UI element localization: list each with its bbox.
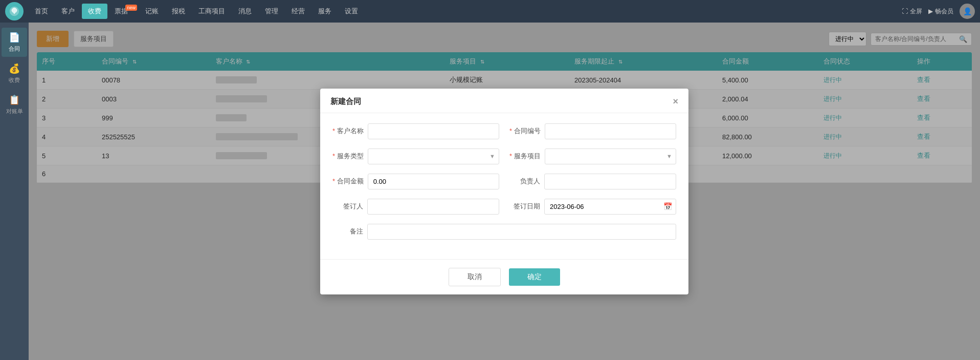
customer-name-label: 客户名称 (332, 126, 364, 136)
nav-service[interactable]: 服务 (312, 4, 338, 19)
avatar[interactable]: 👤 (960, 4, 975, 19)
form-row-2: 服务类型 ▼ 服务项目 ▼ (332, 149, 676, 164)
nav-manage[interactable]: 管理 (259, 4, 284, 19)
member-button[interactable]: ▶ 畅会员 (928, 7, 953, 16)
fullscreen-icon: ⛶ (902, 8, 908, 15)
form-group-contract-no: 合同编号 (509, 123, 676, 139)
confirm-button[interactable]: 确定 (509, 268, 560, 286)
signer-label: 签订人 (332, 202, 363, 211)
remarks-label: 备注 (332, 227, 363, 236)
service-type-label: 服务类型 (332, 152, 364, 161)
main-content: 新增 服务项目 进行中 已完成 已终止 🔍 (29, 23, 980, 360)
nav-home[interactable]: 首页 (29, 4, 54, 19)
sidebar-item-fee[interactable]: 💰 收费 (2, 59, 27, 88)
nav-tax[interactable]: 报税 (166, 4, 191, 19)
nav-customer[interactable]: 客户 (55, 4, 81, 19)
date-input-wrap: 📅 (544, 199, 676, 215)
app-logo (5, 2, 24, 20)
calendar-icon[interactable]: 📅 (663, 202, 672, 210)
signer-input[interactable] (367, 199, 499, 215)
top-nav-right: ⛶ 全屏 ▶ 畅会员 👤 (902, 4, 975, 19)
assignee-input[interactable] (544, 174, 676, 189)
nav-menu: 首页 客户 收费 票据 new 记账 报税 工商项目 消息 管理 经营 服务 设… (29, 4, 902, 19)
form-group-service-item: 服务项目 ▼ (509, 149, 676, 164)
fee-icon: 💰 (9, 63, 20, 74)
form-group-assignee: 负责人 (509, 174, 676, 189)
modal-header: 新建合同 × (320, 89, 688, 113)
contract-no-label: 合同编号 (509, 126, 541, 136)
cancel-button[interactable]: 取消 (449, 268, 501, 286)
contract-amount-label: 合同金额 (332, 177, 364, 186)
modal-title: 新建合同 (330, 97, 361, 107)
modal-footer: 取消 确定 (320, 259, 688, 294)
service-item-select-wrap: ▼ (545, 149, 676, 164)
assignee-label: 负责人 (509, 177, 540, 186)
top-navigation: 首页 客户 收费 票据 new 记账 报税 工商项目 消息 管理 经营 服务 设… (0, 0, 980, 23)
contract-no-input[interactable] (545, 123, 676, 139)
remarks-input[interactable] (367, 224, 676, 240)
close-button[interactable]: × (673, 97, 678, 106)
form-group-service-type: 服务类型 ▼ (332, 149, 499, 164)
member-icon: ▶ (928, 8, 933, 15)
form-row-5: 备注 (332, 224, 676, 240)
form-row-4: 签订人 签订日期 📅 (332, 199, 676, 215)
modal-overlay: 新建合同 × 客户名称 合同编号 (29, 23, 980, 360)
sidebar-item-contract[interactable]: 📄 合同 (2, 28, 27, 57)
modal-body: 客户名称 合同编号 服务类型 (320, 113, 688, 259)
nav-fee[interactable]: 收费 (82, 4, 107, 19)
service-item-label: 服务项目 (509, 152, 541, 161)
form-row-3: 合同金额 负责人 (332, 174, 676, 189)
service-item-select[interactable] (545, 149, 676, 164)
customer-name-input[interactable] (368, 123, 499, 139)
service-type-select[interactable] (368, 149, 499, 164)
nav-message[interactable]: 消息 (232, 4, 258, 19)
nav-business[interactable]: 工商项目 (192, 4, 231, 19)
fullscreen-button[interactable]: ⛶ 全屏 (902, 7, 922, 16)
statement-icon: 📋 (9, 94, 20, 105)
nav-settings[interactable]: 设置 (339, 4, 364, 19)
sidebar-item-statement[interactable]: 📋 对账单 (2, 90, 27, 119)
main-layout: 📄 合同 💰 收费 📋 对账单 新增 服务项目 进行中 已完成 已终止 (0, 23, 980, 360)
contract-amount-input[interactable] (368, 174, 499, 189)
contract-icon: 📄 (9, 32, 20, 43)
nav-invoice[interactable]: 票据 new (108, 4, 138, 19)
form-group-remarks: 备注 (332, 224, 676, 240)
form-group-amount: 合同金额 (332, 174, 499, 189)
sign-date-input[interactable] (544, 199, 676, 215)
new-badge: new (125, 5, 137, 11)
sign-date-label: 签订日期 (509, 202, 540, 211)
sidebar: 📄 合同 💰 收费 📋 对账单 (0, 23, 29, 360)
form-group-customer: 客户名称 (332, 123, 499, 139)
nav-bookkeeping[interactable]: 记账 (139, 4, 165, 19)
form-group-signer: 签订人 (332, 199, 499, 215)
form-group-sign-date: 签订日期 📅 (509, 199, 676, 215)
service-type-select-wrap: ▼ (368, 149, 499, 164)
nav-operation[interactable]: 经营 (285, 4, 311, 19)
create-contract-modal: 新建合同 × 客户名称 合同编号 (320, 89, 688, 294)
form-row-1: 客户名称 合同编号 (332, 123, 676, 139)
